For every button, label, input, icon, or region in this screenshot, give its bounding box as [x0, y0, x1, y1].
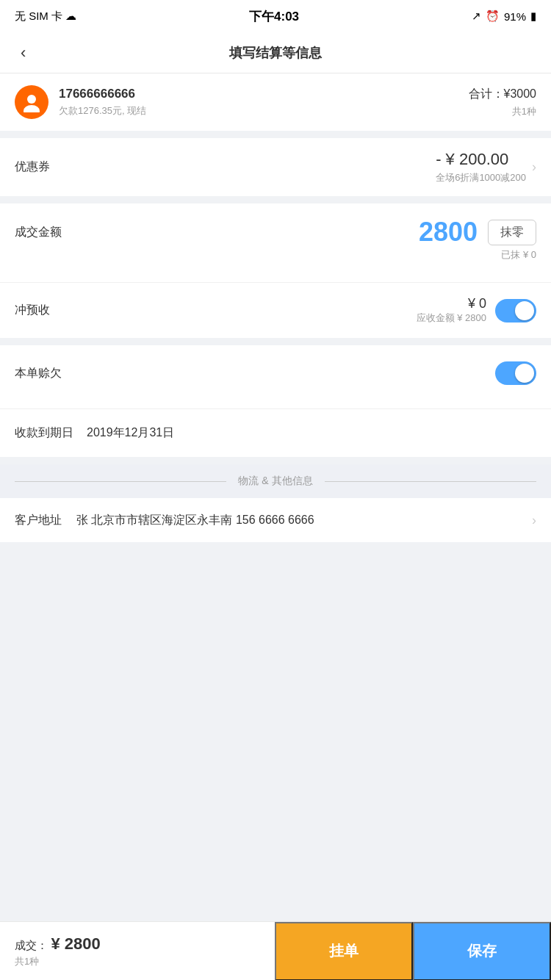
- deal-sub: 已抹 ¥ 0: [501, 249, 536, 260]
- deal-section: 成交金额 2800 抹零 已抹 ¥ 0: [0, 203, 551, 275]
- nav-title: 填写结算等信息: [229, 44, 322, 62]
- divider-right: [325, 481, 536, 482]
- nav-bar: ‹ 填写结算等信息: [0, 32, 551, 73]
- debt-label: 本单赊欠: [15, 366, 62, 381]
- advance-toggle[interactable]: [495, 299, 536, 323]
- bottom-summary: 成交： ¥ 2800 共1种: [0, 934, 275, 968]
- alarm-icon: ⏰: [486, 10, 500, 23]
- status-left: 无 SIM 卡 ☁: [15, 10, 76, 24]
- customer-phone: 17666666666: [59, 87, 146, 101]
- status-bar: 无 SIM 卡 ☁ 下午4:03 ↗ ⏰ 91% ▮: [0, 0, 551, 32]
- debt-toggle[interactable]: [495, 361, 536, 385]
- address-content: 张 北京市市辖区海淀区永丰南 156 6666 6666: [76, 511, 532, 529]
- location-icon: ↗: [472, 10, 481, 23]
- svg-point-1: [24, 105, 40, 112]
- coupon-section[interactable]: 优惠券 - ¥ 200.00 全场6折满1000减200 ›: [0, 138, 551, 196]
- due-date: 2019年12月31日: [87, 425, 174, 441]
- bottom-bar: 成交： ¥ 2800 共1种 挂单 保存: [0, 921, 551, 980]
- deal-amount: 2800: [419, 217, 478, 248]
- advance-sub: 应收金额 ¥ 2800: [417, 311, 486, 325]
- customer-details: 17666666666 欠款1276.35元, 现结: [59, 87, 146, 118]
- sim-status: 无 SIM 卡 ☁: [15, 10, 76, 24]
- customer-right: 合计：¥3000 共1种: [469, 87, 537, 118]
- logistics-label: 物流 & 其他信息: [238, 475, 312, 488]
- back-button[interactable]: ‹: [15, 37, 32, 68]
- deal-label: 成交金额: [15, 225, 62, 240]
- deal-row: 成交金额 2800 抹零: [15, 217, 536, 248]
- address-chevron-icon: ›: [532, 513, 536, 528]
- bottom-count: 共1种: [15, 955, 260, 968]
- address-label: 客户地址: [15, 513, 62, 528]
- coupon-label: 优惠券: [15, 159, 50, 175]
- total-count: 共1种: [469, 105, 537, 118]
- battery-level: 91%: [504, 10, 526, 23]
- divider-left: [15, 481, 226, 482]
- advance-amount-col: ¥ 0 应收金额 ¥ 2800: [417, 296, 486, 325]
- due-label: 收款到期日: [15, 425, 73, 441]
- debt-due-section: 本单赊欠 收款到期日 2019年12月31日: [0, 345, 551, 457]
- bottom-deal-row: 成交： ¥ 2800: [15, 934, 260, 954]
- bottom-spacer: [0, 550, 551, 638]
- deal-advance-section: 成交金额 2800 抹零 已抹 ¥ 0 冲预收 ¥ 0 应收金额 ¥ 2800: [0, 203, 551, 338]
- round-button[interactable]: 抹零: [488, 220, 536, 245]
- avatar: [15, 85, 48, 119]
- coupon-right: - ¥ 200.00 全场6折满1000减200 ›: [436, 150, 536, 184]
- save-button[interactable]: 保存: [413, 922, 551, 981]
- status-time: 下午4:03: [249, 8, 299, 25]
- due-row: 收款到期日 2019年12月31日: [15, 425, 536, 441]
- svg-point-0: [27, 95, 36, 104]
- debt-section: 本单赊欠: [0, 345, 551, 401]
- customer-info-section: 17666666666 欠款1276.35元, 现结 合计：¥3000 共1种: [0, 73, 551, 131]
- advance-right: ¥ 0 应收金额 ¥ 2800: [417, 296, 536, 325]
- bottom-deal-label: 成交：: [15, 939, 48, 951]
- coupon-amount-col: - ¥ 200.00 全场6折满1000减200: [436, 150, 526, 184]
- chevron-right-icon: ›: [532, 159, 536, 175]
- advance-amount: ¥ 0: [417, 296, 486, 311]
- address-section[interactable]: 客户地址 张 北京市市辖区海淀区永丰南 156 6666 6666 ›: [0, 498, 551, 542]
- main-content: 17666666666 欠款1276.35元, 现结 合计：¥3000 共1种 …: [0, 73, 551, 638]
- coupon-desc: 全场6折满1000减200: [436, 171, 526, 184]
- deal-sub-row: 已抹 ¥ 0: [15, 248, 536, 262]
- advance-label: 冲预收: [15, 303, 50, 318]
- bottom-deal-amount: ¥ 2800: [51, 934, 100, 953]
- customer-debt: 欠款1276.35元, 现结: [59, 104, 146, 118]
- customer-left: 17666666666 欠款1276.35元, 现结: [15, 85, 146, 119]
- due-section: 收款到期日 2019年12月31日: [0, 408, 551, 457]
- logistics-divider: 物流 & 其他信息: [0, 464, 551, 498]
- deal-right: 2800 抹零: [419, 217, 536, 248]
- advance-section: 冲预收 ¥ 0 应收金额 ¥ 2800: [0, 282, 551, 338]
- battery-icon: ▮: [530, 10, 536, 23]
- coupon-amount: - ¥ 200.00: [436, 150, 526, 169]
- advance-row: 冲预收 ¥ 0 应收金额 ¥ 2800: [15, 296, 536, 325]
- hang-button[interactable]: 挂单: [275, 922, 413, 981]
- status-right: ↗ ⏰ 91% ▮: [472, 10, 536, 23]
- total-amount: 合计：¥3000: [469, 87, 537, 102]
